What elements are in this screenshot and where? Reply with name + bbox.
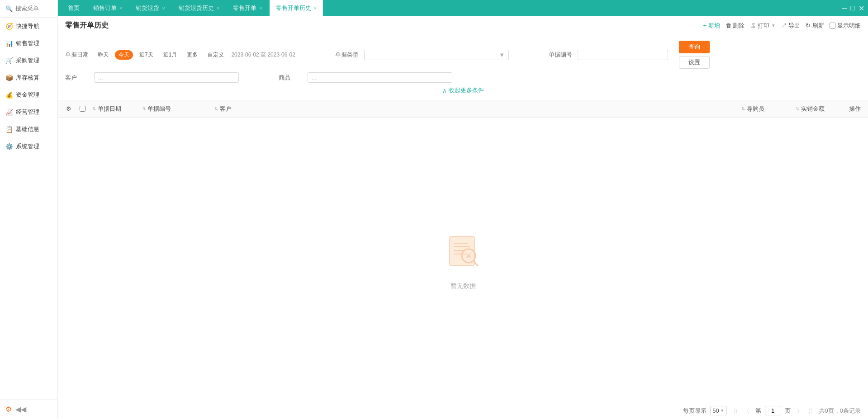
display-detail-toggle[interactable]: 显示明细 <box>830 22 861 30</box>
inventory-icon: 📦 <box>5 74 13 81</box>
sidebar-item-label: 库存核算 <box>16 74 39 82</box>
print-dropdown-icon[interactable]: ▼ <box>771 23 776 28</box>
display-detail-checkbox[interactable] <box>830 23 835 28</box>
tab-close-icon[interactable]: × <box>119 5 122 11</box>
date-btn-custom[interactable]: 自定义 <box>204 50 228 60</box>
collapse-filter-row[interactable]: ∧ 收起更多条件 <box>65 86 861 94</box>
add-button[interactable]: + 新增 <box>703 22 720 30</box>
export-label: ↗ 导出 <box>781 22 801 30</box>
sidebar-collapse-icon[interactable]: ◀◀ <box>15 405 26 414</box>
page-suffix: 页 <box>785 407 791 415</box>
sidebar-item-label: 系统管理 <box>16 142 39 151</box>
action-buttons: 查询 设置 <box>679 41 710 69</box>
number-filter-label: 单据编号 <box>549 51 574 59</box>
table-header-guide[interactable]: ⇅ 导购员 <box>738 105 783 113</box>
filter-area: 单据日期 昨天 今天 近7天 近1月 更多 自定义 2023-06-02 至 2… <box>58 35 868 100</box>
sidebar-search-label: 搜索采单 <box>15 5 39 13</box>
col-label: 操作 <box>849 105 861 113</box>
sidebar-item-inventory[interactable]: 📦 库存核算 <box>0 69 57 86</box>
sidebar-item-finance[interactable]: 💰 资金管理 <box>0 86 57 104</box>
col-label: 客户 <box>220 105 232 113</box>
operations-icon: 📈 <box>5 108 13 116</box>
customer-filter-select[interactable]: ... <box>94 72 239 83</box>
sidebar-item-sales-mgmt[interactable]: 📊 销售管理 <box>0 35 57 52</box>
tab-label: 销售订单 <box>93 4 117 12</box>
system-icon: ⚙️ <box>5 143 13 150</box>
tab-sales-order[interactable]: 销售订单 × <box>87 0 128 16</box>
delete-button[interactable]: 🗑 删除 <box>726 22 745 30</box>
window-minimize-icon[interactable]: ─ <box>842 4 847 12</box>
filter-settings-button[interactable]: 设置 <box>679 56 710 69</box>
per-page-arrow: ▼ <box>720 408 725 413</box>
tab-retail-history[interactable]: 零售开单历史 × <box>270 0 323 16</box>
export-button[interactable]: ↗ 导出 <box>781 22 801 30</box>
date-btn-today[interactable]: 今天 <box>115 50 133 60</box>
date-btn-yesterday[interactable]: 昨天 <box>94 50 112 60</box>
empty-illustration <box>441 230 486 275</box>
date-btn-1month[interactable]: 近1月 <box>160 50 181 60</box>
table-header-customer[interactable]: ⇅ 客户 <box>211 105 738 113</box>
table-header: ⚙ ⇅ 单据日期 ⇅ 单据编号 ⇅ 客户 ⇅ 导购员 <box>58 100 868 118</box>
page-input[interactable] <box>765 406 781 415</box>
date-btn-7days[interactable]: 近7天 <box>136 50 157 60</box>
table-header-amount[interactable]: ⇅ 实销金额 <box>783 105 828 113</box>
sidebar-search[interactable]: 🔍 搜索采单 <box>0 0 57 18</box>
window-close-icon[interactable]: ✕ <box>859 4 864 13</box>
per-page-select[interactable]: 50 ▼ <box>710 406 726 415</box>
page-label: 第 <box>755 407 761 415</box>
tab-sales-return[interactable]: 销货退货 × <box>129 0 171 16</box>
date-btn-more[interactable]: 更多 <box>183 50 201 60</box>
basic-info-icon: 📋 <box>5 126 13 133</box>
date-filter-options: 昨天 今天 近7天 近1月 更多 自定义 <box>94 50 228 60</box>
tab-close-icon[interactable]: × <box>217 5 219 11</box>
add-label: + 新增 <box>703 22 720 30</box>
tab-label: 销货退货 <box>136 4 159 12</box>
tabs-list: 首页 销售订单 × 销货退货 × 销货退货历史 × 零售开单 × 零售开单历史 … <box>62 0 323 16</box>
date-range-display: 2023-06-02 至 2023-06-02 <box>231 51 295 59</box>
select-all-checkbox[interactable] <box>80 106 85 112</box>
goods-filter-select[interactable]: ... <box>308 72 452 83</box>
table-area: ⚙ ⇅ 单据日期 ⇅ 单据编号 ⇅ 客户 ⇅ 导购员 <box>58 100 868 402</box>
sidebar-item-label: 资金管理 <box>16 91 39 99</box>
tab-close-icon[interactable]: × <box>162 5 165 11</box>
search-icon: 🔍 <box>5 5 13 12</box>
tab-close-icon[interactable]: × <box>314 5 317 11</box>
tab-label: 零售开单 <box>233 4 256 12</box>
purchase-icon: 🛒 <box>5 57 13 64</box>
refresh-button[interactable]: ↻ 刷新 <box>806 22 824 30</box>
print-label: 🖨 打印 <box>750 22 769 30</box>
type-filter-select[interactable]: ▼ <box>364 50 509 60</box>
sort-icon: ⇅ <box>214 106 218 111</box>
page-next-btn[interactable]: ⟩ <box>794 406 802 415</box>
tab-home[interactable]: 首页 <box>62 0 86 16</box>
page-total: 共0页，0条记录 <box>819 407 861 415</box>
sidebar-item-basic-info[interactable]: 📋 基础信息 <box>0 121 57 138</box>
delete-label: 🗑 删除 <box>726 22 745 30</box>
sort-icon: ⇅ <box>741 106 745 111</box>
table-settings-icon[interactable]: ⚙ <box>62 105 76 112</box>
sidebar-item-operations[interactable]: 📈 经营管理 <box>0 104 57 121</box>
sidebar-item-system-mgmt[interactable]: ⚙️ 系统管理 <box>0 138 57 155</box>
sidebar-item-quick-nav[interactable]: 🧭 快捷导航 <box>0 18 57 35</box>
table-header-number[interactable]: ⇅ 单据编号 <box>138 105 211 113</box>
table-header-date[interactable]: ⇅ 单据日期 <box>89 105 138 113</box>
tab-retail-open[interactable]: 零售开单 × <box>227 0 268 16</box>
settings-gear-icon[interactable]: ⚙ <box>5 405 12 414</box>
page-last-btn[interactable]: ⟩⟩ <box>806 406 816 415</box>
query-button[interactable]: 查询 <box>679 41 710 53</box>
window-controls: ─ □ ✕ <box>842 4 864 13</box>
table-header-checkbox[interactable] <box>76 106 89 112</box>
collapse-label: 收起更多条件 <box>449 86 484 94</box>
sidebar-item-purchase-mgmt[interactable]: 🛒 采购管理 <box>0 52 57 69</box>
number-filter-input[interactable] <box>578 50 668 60</box>
print-button[interactable]: 🖨 打印 ▼ <box>750 22 776 30</box>
tab-sales-return-history[interactable]: 销货退货历史 × <box>172 0 226 16</box>
window-maximize-icon[interactable]: □ <box>850 4 855 12</box>
tab-close-icon[interactable]: × <box>259 5 262 11</box>
finance-icon: 💰 <box>5 91 13 99</box>
page-first-btn[interactable]: ⟨⟨ <box>730 406 740 415</box>
col-label: 单据编号 <box>147 105 171 113</box>
sort-icon: ⇅ <box>796 106 799 111</box>
col-label: 单据日期 <box>98 105 121 113</box>
page-prev-btn[interactable]: ⟨ <box>744 406 752 415</box>
